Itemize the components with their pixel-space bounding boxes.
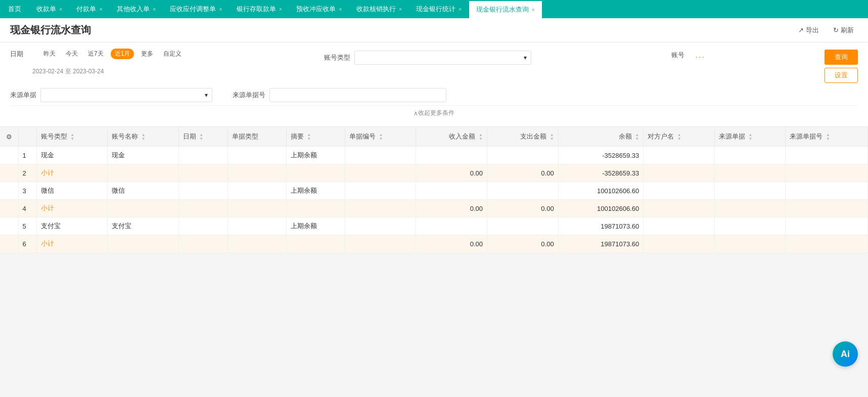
- nav-tab-1[interactable]: 付款单 ×: [69, 0, 109, 18]
- cell-idx: 2: [18, 164, 36, 182]
- close-icon[interactable]: ×: [153, 0, 156, 18]
- cell-counterpart: [644, 235, 715, 253]
- nav-tab-5[interactable]: 预收冲应收单 ×: [289, 0, 349, 18]
- sort-icon: ▲▼: [70, 133, 74, 141]
- collapse-bar[interactable]: ∧ 收起更多条件: [10, 105, 858, 120]
- cell-doc-type: [227, 235, 286, 253]
- table-row[interactable]: 4 小计 0.00 0.00 100102606.60: [0, 200, 868, 217]
- col-income[interactable]: 收入金额 ▲▼: [416, 127, 487, 147]
- cell-doc-type: [227, 147, 286, 164]
- date-btn-today[interactable]: 今天: [63, 49, 81, 59]
- filter-row-2: 来源单据 ▾ 来源单据号: [10, 88, 858, 102]
- cell-account-type: 小计: [36, 200, 108, 217]
- query-button[interactable]: 查询: [825, 50, 858, 65]
- col-account-type[interactable]: 账号类型 ▲▼: [36, 127, 108, 147]
- data-table: ⚙ 账号类型 ▲▼ 账号名称 ▲▼ 日期 ▲▼ 单据类型: [0, 127, 868, 253]
- nav-tab-8[interactable]: 现金银行流水查询 ×: [469, 0, 542, 18]
- table-row[interactable]: 1 现金 现金 上期余额 -3528659.33: [0, 147, 868, 164]
- settings-button[interactable]: 设置: [825, 68, 858, 83]
- collapse-icon: ∧: [414, 110, 418, 117]
- cell-idx: 5: [18, 217, 36, 235]
- refresh-button[interactable]: ↻ 刷新: [829, 24, 858, 37]
- date-btn-yesterday[interactable]: 昨天: [40, 49, 59, 59]
- table-row[interactable]: 2 小计 0.00 0.00 -3528659.33: [0, 164, 868, 182]
- cell-account-type: 微信: [36, 182, 108, 200]
- sort-icon: ▲▼: [307, 133, 311, 141]
- cell-balance: 19871073.60: [558, 217, 644, 235]
- close-icon[interactable]: ×: [219, 0, 222, 18]
- export-button[interactable]: ↗ 导出: [794, 24, 823, 37]
- col-settings[interactable]: ⚙: [0, 127, 18, 147]
- nav-tab-4[interactable]: 银行存取款单 ×: [230, 0, 289, 18]
- filter-area: 日期 昨天 今天 近7天 近1月 更多 自定义 2023-02-24 至 202…: [0, 42, 868, 127]
- close-icon[interactable]: ×: [399, 0, 402, 18]
- cell-source-doc-no: [786, 147, 868, 164]
- cell-balance: -3528659.33: [558, 147, 644, 164]
- cell-doc-no: [345, 217, 416, 235]
- nav-tab-3[interactable]: 应收应付调整单 ×: [163, 0, 229, 18]
- cell-account-name: 支付宝: [108, 217, 179, 235]
- export-icon: ↗: [798, 26, 804, 34]
- close-icon[interactable]: ×: [279, 0, 282, 18]
- table-row[interactable]: 6 小计 0.00 0.00 19871073.60: [0, 235, 868, 253]
- date-btn-7days[interactable]: 近7天: [85, 49, 107, 59]
- account-ellipsis[interactable]: ...: [696, 51, 705, 60]
- cell-source-doc: [714, 147, 786, 164]
- top-nav: 首页 收款单 × 付款单 × 其他收入单 × 应收应付调整单 × 银行存取款单 …: [0, 0, 868, 18]
- cell-account-name: [108, 164, 179, 182]
- nav-tab-6[interactable]: 收款核销执行 ×: [349, 0, 409, 18]
- nav-tab-2[interactable]: 其他收入单 ×: [110, 0, 163, 18]
- col-account-name[interactable]: 账号名称 ▲▼: [108, 127, 179, 147]
- cell-expense: 0.00: [487, 164, 559, 182]
- filter-row-1: 日期 昨天 今天 近7天 近1月 更多 自定义: [10, 49, 185, 59]
- table-header-row: ⚙ 账号类型 ▲▼ 账号名称 ▲▼ 日期 ▲▼ 单据类型: [0, 127, 868, 147]
- cell-doc-no: [345, 182, 416, 200]
- cell-expense: [487, 182, 559, 200]
- cell-account-name: 现金: [108, 147, 179, 164]
- gear-icon[interactable]: ⚙: [6, 133, 12, 141]
- col-balance[interactable]: 余额 ▲▼: [558, 127, 644, 147]
- cell-source-doc: [714, 235, 786, 253]
- col-date[interactable]: 日期 ▲▼: [178, 127, 227, 147]
- date-label: 日期: [10, 50, 30, 59]
- source-doc-no-input[interactable]: [269, 88, 446, 102]
- nav-tab-7[interactable]: 现金银行统计 ×: [409, 0, 469, 18]
- date-btn-more[interactable]: 更多: [138, 49, 156, 59]
- cell-doc-no: [345, 147, 416, 164]
- close-icon[interactable]: ×: [532, 1, 535, 18]
- date-btn-1month[interactable]: 近1月: [111, 49, 134, 59]
- date-btn-custom[interactable]: 自定义: [160, 49, 185, 59]
- table-row[interactable]: 3 微信 微信 上期余额 100102606.60: [0, 182, 868, 200]
- cell-counterpart: [644, 147, 715, 164]
- nav-tab-0[interactable]: 收款单 ×: [29, 0, 69, 18]
- table-row[interactable]: 5 支付宝 支付宝 上期余额 19871073.60: [0, 217, 868, 235]
- sort-icon: ▲▼: [635, 133, 639, 141]
- cell-date: [178, 182, 227, 200]
- cell-doc-type: [227, 164, 286, 182]
- close-icon[interactable]: ×: [339, 0, 342, 18]
- cell-counterpart: [644, 217, 715, 235]
- close-icon[interactable]: ×: [99, 0, 102, 18]
- cell-doc-type: [227, 182, 286, 200]
- nav-home[interactable]: 首页: [0, 0, 29, 18]
- cell-income: [416, 217, 487, 235]
- cell-income: 0.00: [416, 200, 487, 217]
- close-icon[interactable]: ×: [459, 0, 462, 18]
- col-source-doc[interactable]: 来源单据 ▲▼: [714, 127, 786, 147]
- col-doc-no[interactable]: 单据编号 ▲▼: [345, 127, 416, 147]
- sort-icon: ▲▼: [550, 133, 554, 141]
- date-shortcuts: 昨天 今天 近7天 近1月 更多 自定义: [40, 49, 185, 59]
- cell-account-type: 现金: [36, 147, 108, 164]
- account-type-select[interactable]: ▾: [354, 51, 531, 65]
- cell-expense: 0.00: [487, 200, 559, 217]
- cell-doc-type: [227, 200, 286, 217]
- cell-account-type: 支付宝: [36, 217, 108, 235]
- source-doc-select[interactable]: ▾: [40, 88, 212, 102]
- col-counterpart[interactable]: 对方户名 ▲▼: [644, 127, 715, 147]
- account-type-label: 账号类型: [324, 53, 350, 62]
- col-expense[interactable]: 支出金额 ▲▼: [487, 127, 559, 147]
- close-icon[interactable]: ×: [59, 0, 62, 18]
- col-summary[interactable]: 摘要 ▲▼: [286, 127, 345, 147]
- cell-source-doc: [714, 200, 786, 217]
- col-source-doc-no[interactable]: 来源单据号 ▲▼: [786, 127, 868, 147]
